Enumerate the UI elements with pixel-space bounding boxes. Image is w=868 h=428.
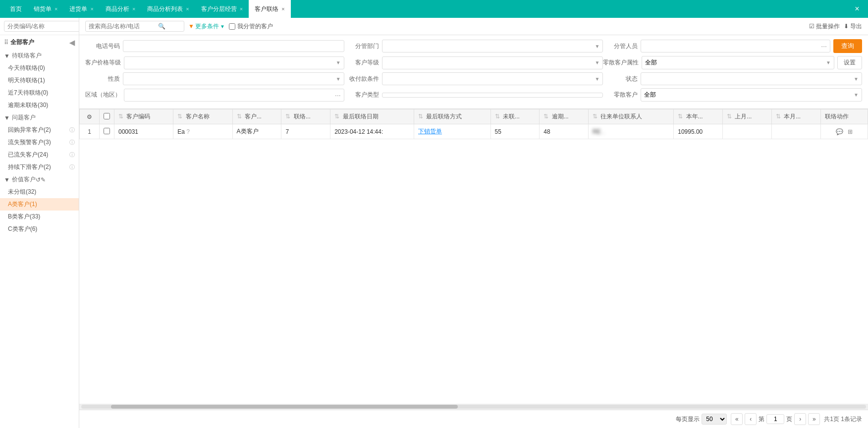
gear-icon[interactable]: ⚙ — [87, 113, 92, 120]
th-name[interactable]: ⇅ 客户名称 — [173, 109, 232, 124]
sidebar-item-ungroup[interactable]: 未分组(32) — [0, 186, 79, 198]
export-button[interactable]: ⬇ 导出 — [844, 22, 862, 31]
last-page-button[interactable]: » — [808, 413, 820, 425]
nav-customer-contact-close[interactable]: × — [281, 6, 284, 12]
th-contacts[interactable]: ⇅ 联络... — [281, 109, 330, 124]
sidebar-item-7days[interactable]: 近7天待联络(0) — [0, 87, 79, 99]
unit-contact-sort-icon: ⇅ — [593, 113, 597, 120]
sidebar-collapse-icon[interactable]: ◀ — [69, 39, 75, 47]
filter-price-level-select[interactable]: ▼ — [124, 56, 344, 69]
th-customer-type[interactable]: ⇅ 客户... — [232, 109, 281, 124]
sidebar-item-b-class[interactable]: B类客户(33) — [0, 211, 79, 223]
filter-retail-select[interactable]: 全部 ▼ — [641, 88, 862, 102]
last-contact-link[interactable]: 下销货单 — [418, 128, 442, 135]
settings-button[interactable]: 设置 — [837, 56, 862, 69]
nav-product-analysis-list-close[interactable]: × — [186, 6, 189, 12]
nav-sales-close[interactable]: × — [54, 6, 57, 12]
first-page-button[interactable]: « — [731, 413, 743, 425]
row-checkbox[interactable] — [104, 128, 110, 134]
filter-person-dots[interactable]: ··· — [641, 40, 830, 53]
nav-purchase-close[interactable]: × — [90, 6, 93, 12]
filter-retail-attr-select[interactable]: 全部 ▼ — [642, 56, 834, 69]
nav-purchase[interactable]: 进货单 × — [63, 0, 99, 18]
page-number-input[interactable] — [766, 414, 784, 424]
filter-nature-label: 性质 — [85, 75, 120, 83]
th-last-contact-date[interactable]: ⇅ 最后联络日期 — [330, 109, 414, 124]
filter-customer-type-input[interactable] — [382, 93, 603, 98]
nav-product-analysis-close[interactable]: × — [132, 6, 135, 12]
prev-page-button[interactable]: ‹ — [745, 413, 757, 425]
next-page-button[interactable]: › — [794, 413, 806, 425]
sidebar-item-repurchase-abnormal[interactable]: 回购异常客户(2) ⓘ — [0, 124, 79, 136]
batch-op-button[interactable]: ☑ 批量操作 — [809, 22, 840, 31]
filter-search-box[interactable]: 🔍 — [85, 21, 184, 32]
filter-region: 区域（地区） ··· — [85, 89, 344, 102]
cell-checkbox[interactable] — [100, 124, 114, 139]
sidebar-item-churned[interactable]: 已流失客户(24) ⓘ — [0, 149, 79, 161]
nav-product-analysis[interactable]: 商品分析 × — [100, 0, 141, 18]
sidebar-item-tomorrow[interactable]: 明天待联络(1) — [0, 74, 79, 87]
sidebar-item-a-class[interactable]: A类客户(1) — [0, 198, 79, 211]
th-overdue[interactable]: ⇅ 逾期... — [540, 109, 589, 124]
sidebar-item-today[interactable]: 今天待联络(0) — [0, 62, 79, 74]
filter-customer-level-select[interactable]: ▼ — [382, 56, 603, 69]
sidebar-item-declining[interactable]: 持续下滑客户(2) ⓘ — [0, 161, 79, 173]
filter-row-1: 电话号码 分管部门 ▼ 分管人员 ··· 查询 — [85, 39, 862, 53]
chat-action-icon[interactable]: 💬 — [836, 128, 843, 135]
filter-payment-select[interactable]: ▼ — [382, 72, 603, 85]
overdue-sort-icon: ⇅ — [543, 113, 548, 120]
customer-type-sort-icon: ⇅ — [237, 113, 242, 120]
nav-customer-segment[interactable]: 客户分层经营 × — [195, 0, 249, 18]
sidebar-search-input[interactable] — [4, 21, 79, 32]
query-button[interactable]: 查询 — [833, 39, 862, 53]
th-checkbox[interactable] — [100, 109, 114, 124]
th-this-year[interactable]: ⇅ 本年... — [674, 109, 723, 124]
filter-region-dots[interactable]: ··· — [124, 89, 344, 102]
cell-last-contact-method[interactable]: 下销货单 — [414, 124, 491, 139]
sidebar-item-churn-warning[interactable]: 流失预警客户(3) ⓘ — [0, 136, 79, 149]
filter-status-select[interactable]: ▼ — [641, 72, 862, 85]
filter-dept-select[interactable]: ▼ — [382, 40, 603, 53]
th-unit-contact[interactable]: ⇅ 往来单位联系人 — [589, 109, 674, 124]
region-dots-icon: ··· — [335, 91, 341, 99]
scroll-thumb[interactable] — [111, 405, 458, 409]
filter-search-input[interactable] — [89, 23, 158, 30]
value-edit-icon[interactable]: ✎ — [41, 176, 46, 183]
sidebar-all-customers[interactable]: ⠿ 全部客户 ◀ — [0, 35, 79, 50]
per-page-select[interactable]: 50 100 200 — [702, 414, 727, 425]
nav-sales[interactable]: 销货单 × — [28, 0, 63, 18]
filter-more-conditions[interactable]: ▼ 更多条件 ▼ — [188, 22, 225, 31]
th-this-month[interactable]: ⇅ 本月... — [771, 109, 820, 124]
nav-customer-contact[interactable]: 客户联络 × — [249, 0, 290, 18]
horizontal-scrollbar[interactable] — [79, 404, 868, 410]
sidebar-item-overdue[interactable]: 逾期未联络(30) — [0, 99, 79, 111]
value-refresh-icon[interactable]: ↺ — [36, 176, 41, 183]
filter-search-icon[interactable]: 🔍 — [158, 23, 165, 30]
filter-nature-select[interactable]: ▼ — [123, 72, 344, 85]
grid-action-icon[interactable]: ⊞ — [848, 128, 853, 135]
my-customers-checkbox[interactable] — [229, 23, 235, 30]
payment-down-arrow: ▼ — [595, 76, 599, 82]
cell-this-month — [771, 124, 820, 139]
cell-unit-contact: RE . — [589, 124, 674, 139]
main-layout: 🔍 ⠿ 全部客户 ◀ ▼ 待联络客户 今天待联络(0) 明天待联络(1) 近7天… — [0, 18, 868, 428]
th-gear[interactable]: ⚙ — [80, 109, 100, 124]
select-all-checkbox[interactable] — [104, 113, 110, 119]
filter-person: 分管人员 ··· 查询 — [603, 39, 862, 53]
filter-phone-input[interactable] — [123, 40, 344, 52]
window-close-button[interactable]: × — [850, 2, 864, 16]
th-no-contact[interactable]: ⇅ 未联... — [490, 109, 540, 124]
th-last-contact-method[interactable]: ⇅ 最后联络方式 — [414, 109, 491, 124]
sidebar-group-problem[interactable]: ▼ 问题客户 — [0, 111, 79, 124]
th-last-month[interactable]: ⇅ 上月... — [723, 109, 772, 124]
cell-last-contact-date: 2023-04-12 14:44: — [330, 124, 414, 139]
nav-home[interactable]: 首页 — [4, 0, 28, 18]
this-year-sort-icon: ⇅ — [678, 113, 683, 120]
sidebar-group-pending[interactable]: ▼ 待联络客户 — [0, 50, 79, 62]
nav-product-analysis-list[interactable]: 商品分析列表 × — [141, 0, 195, 18]
nav-customer-segment-close[interactable]: × — [240, 6, 243, 12]
th-code[interactable]: ⇅ 客户编码 — [114, 109, 173, 124]
sidebar-item-c-class[interactable]: C类客户(6) — [0, 223, 79, 235]
cell-no-contact: 55 — [490, 124, 540, 139]
value-triangle-icon: ▼ — [4, 176, 10, 183]
